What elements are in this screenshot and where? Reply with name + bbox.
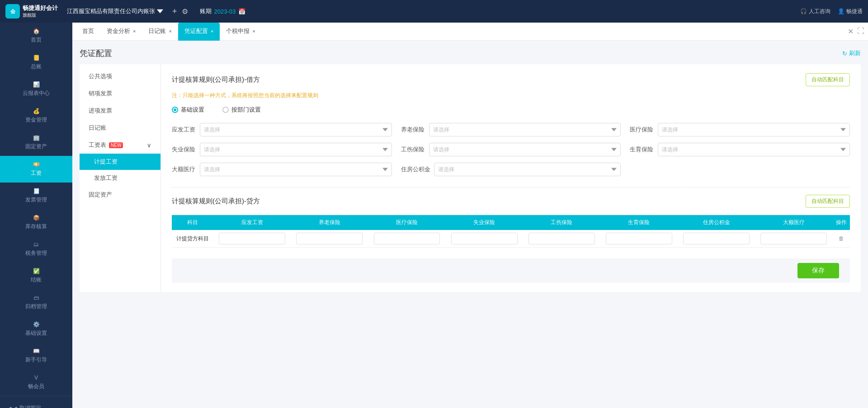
refresh-btn[interactable]: ↻ 刷新: [842, 49, 861, 57]
gongjijin-select[interactable]: 请选择: [434, 163, 621, 176]
gongshang-select[interactable]: 请选择: [429, 143, 621, 156]
tab-funds-label: 资金分析: [107, 27, 130, 35]
shiye-select[interactable]: 请选择: [200, 143, 392, 156]
th-yanglao: 养老保险: [291, 215, 368, 230]
sidebar-item-funds[interactable]: 💰 资金管理: [0, 103, 72, 129]
daeyiliao-placeholder: 请选择: [204, 166, 220, 174]
unpin-label: ◄◄ 取消固定: [7, 404, 41, 408]
sidebar-item-checkout[interactable]: ✅ 结账: [0, 263, 72, 289]
tab-journal-close[interactable]: ×: [169, 28, 171, 34]
nav-purchase[interactable]: 进项发票: [80, 102, 160, 119]
sidebar-item-fixed[interactable]: 🏢 固定资产: [0, 129, 72, 156]
tab-bar: 首页 资金分析 × 日记账 × 凭证配置 × 个税申报 × ✕ ⛶: [72, 23, 868, 41]
input-gongjijin[interactable]: [683, 233, 750, 244]
field-yanglao: 养老保险 请选择: [401, 123, 621, 136]
new-badge: NEW: [109, 142, 123, 148]
nav-sales[interactable]: 销项发票: [80, 85, 160, 102]
calendar-icon[interactable]: 📅: [238, 8, 245, 15]
tab-voucher-close[interactable]: ×: [211, 28, 213, 34]
nav-journal-label: 日记账: [89, 124, 106, 132]
input-yiliao[interactable]: [374, 233, 440, 244]
unpin-btn[interactable]: ◄◄ 取消固定: [0, 401, 72, 408]
company-selector[interactable]: 江西服宝精品有限责任公司内账张: [67, 7, 163, 15]
radio-basic-label: 基础设置: [181, 106, 204, 114]
daeyiliao-select[interactable]: 请选择: [200, 163, 392, 176]
box-icon: 📦: [33, 215, 40, 221]
nav-public[interactable]: 公共选项: [80, 68, 160, 85]
radio-basic[interactable]: 基础设置: [172, 106, 204, 114]
gear-icon: ⚙️: [33, 321, 40, 328]
archive-icon: 🗃: [33, 295, 39, 301]
close-window-icon[interactable]: ✕: [848, 27, 854, 36]
add-tab-icon[interactable]: +: [172, 7, 177, 16]
credit-auto-match-btn[interactable]: 自动匹配科目: [806, 195, 850, 208]
app-edition: 旗舰版: [23, 12, 58, 19]
tab-voucher[interactable]: 凭证配置 ×: [178, 23, 220, 41]
delete-icon[interactable]: 🗑: [839, 235, 844, 242]
sidebar-item-guide[interactable]: 📖 新手引导: [0, 342, 72, 369]
shengyu-select[interactable]: 请选择: [658, 143, 850, 156]
sidebar-item-member[interactable]: V 畅会员: [0, 369, 72, 396]
input-yanglao[interactable]: [296, 233, 363, 244]
field-shengyu: 生育保险 请选择: [630, 143, 850, 156]
tab-home[interactable]: 首页: [76, 23, 100, 41]
field-yiliao: 医疗保险 请选择: [630, 123, 850, 136]
nav-public-label: 公共选项: [89, 72, 112, 80]
debit-auto-match-btn[interactable]: 自动匹配科目: [806, 73, 850, 86]
cell-gongshang: [523, 230, 600, 248]
shengyu-placeholder: 请选择: [662, 146, 678, 154]
radio-group: 基础设置 按部门设置: [172, 106, 850, 114]
sidebar-item-archive[interactable]: 🗃 归档管理: [0, 289, 72, 316]
sidebar-item-tax[interactable]: 🗂 税务管理: [0, 236, 72, 263]
debit-section-title: 计提核算规则(公司承担)-借方: [172, 75, 260, 84]
input-daeyiliao[interactable]: [760, 233, 827, 244]
nav-pay-salary[interactable]: 发放工资: [80, 170, 160, 186]
tab-home-label: 首页: [82, 27, 94, 35]
yiliao-select[interactable]: 请选择: [658, 123, 850, 136]
expand-icon[interactable]: ⛶: [857, 27, 864, 36]
sidebar-item-inventory[interactable]: 📦 库存核算: [0, 209, 72, 236]
th-subject: 科目: [172, 215, 213, 230]
human-consult-btn[interactable]: 🎧 人工咨询: [800, 8, 830, 15]
sidebar-item-settings[interactable]: ⚙️ 基础设置: [0, 316, 72, 342]
field-daeyiliao: 大额医疗 请选择: [172, 163, 392, 176]
input-shiye[interactable]: [451, 233, 518, 244]
input-shengyu[interactable]: [606, 233, 672, 244]
input-gongshang[interactable]: [528, 233, 595, 244]
nav-purchase-label: 进项发票: [89, 107, 112, 115]
sidebar-item-ledger[interactable]: 📒 总账: [0, 49, 72, 76]
member-icon: V: [34, 375, 38, 381]
sidebar-item-invoice[interactable]: 🧾 发票管理: [0, 183, 72, 209]
nav-salary-table[interactable]: 工资表 NEW ∨: [80, 136, 160, 154]
tab-funds[interactable]: 资金分析 ×: [100, 23, 142, 41]
logo-text: 畅捷通好会计 旗舰版: [23, 4, 58, 19]
sidebar-item-reports[interactable]: 📊 云报表中心: [0, 76, 72, 103]
tab-funds-close[interactable]: ×: [133, 28, 136, 34]
field-shiye: 失业保险 请选择: [172, 143, 392, 156]
top-bar: 会 畅捷通好会计 旗舰版 江西服宝精品有限责任公司内账张 + ⚙ 账期 2023…: [0, 0, 868, 23]
settings-icon[interactable]: ⚙: [182, 7, 188, 16]
yanglao-select[interactable]: 请选择: [429, 123, 621, 136]
logo-icon: 会: [5, 4, 20, 19]
debit-section: 计提核算规则(公司承担)-借方 自动匹配科目 注：只能选择一种方式，系统将按照您…: [172, 73, 850, 176]
nav-fixed-assets[interactable]: 固定资产: [80, 186, 160, 203]
sidebar-item-salary[interactable]: 💴 工资: [0, 156, 72, 183]
page-header: 凭证配置 ↻ 刷新: [80, 48, 861, 59]
sidebar-item-home[interactable]: 🏠 首页: [0, 23, 72, 49]
save-btn[interactable]: 保存: [797, 263, 839, 278]
input-yingfa[interactable]: [219, 233, 285, 244]
th-daeyiliao: 大额医疗: [755, 215, 832, 230]
yingfa-select[interactable]: 请选择: [200, 123, 392, 136]
nav-calc-salary[interactable]: 计提工资: [80, 154, 160, 170]
th-gongshang: 工伤保险: [523, 215, 600, 230]
tab-journal[interactable]: 日记账 ×: [142, 23, 178, 41]
tab-tax-close[interactable]: ×: [252, 28, 255, 34]
radio-dept[interactable]: 按部门设置: [222, 106, 261, 114]
user-area[interactable]: 👤 畅捷通: [838, 8, 863, 15]
tax-icon: 🗂: [33, 241, 39, 248]
tab-tax[interactable]: 个税申报 ×: [220, 23, 261, 41]
shengyu-label: 生育保险: [630, 145, 654, 154]
nav-journal[interactable]: 日记账: [80, 119, 160, 136]
invoice-icon: 🧾: [33, 188, 40, 194]
row-label: 计提贷方科目: [172, 230, 213, 248]
